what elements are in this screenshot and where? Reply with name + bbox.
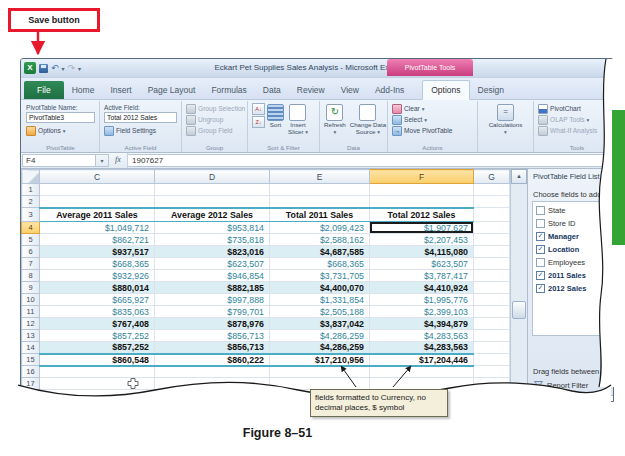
field-list-item-manager[interactable]: ✓Manager (536, 230, 613, 243)
change-data-source-button[interactable]: Change Data Source ▾ (348, 103, 388, 137)
cell-C18[interactable] (40, 390, 155, 402)
checked-checkbox-icon[interactable]: ✓ (536, 271, 545, 280)
redo-icon[interactable]: ↷ (68, 63, 76, 73)
tab-file[interactable]: File (24, 81, 64, 99)
row-header-15[interactable]: 15 (22, 354, 40, 366)
calculations-button[interactable]: = Calculations ▾ (487, 103, 525, 136)
what-if-analysis-button[interactable]: What-If Analysis (536, 125, 614, 136)
options-button[interactable]: Options ▾ (24, 125, 97, 136)
tab-add-ins[interactable]: Add-Ins (367, 81, 412, 99)
cell-G1[interactable] (474, 184, 510, 196)
cell-C17[interactable] (40, 378, 155, 390)
cell-F1[interactable] (370, 184, 474, 196)
cell-C5[interactable]: $862,721 (40, 234, 155, 246)
sort-ascending-icon[interactable]: A↓ (252, 103, 265, 115)
tab-design[interactable]: Design (470, 81, 512, 99)
cell-C11[interactable]: $835,063 (40, 306, 155, 318)
scroll-up-icon[interactable]: ▲ (511, 169, 527, 184)
field-settings-button[interactable]: Field Settings (102, 125, 179, 136)
cell-G12[interactable] (474, 318, 510, 330)
ungroup-button[interactable]: Ungroup (184, 114, 245, 125)
cell-G7[interactable] (474, 258, 510, 270)
cell-C13[interactable]: $857,252 (40, 330, 155, 342)
cell-D16[interactable] (155, 366, 270, 378)
row-header-11[interactable]: 11 (22, 306, 40, 318)
row-header-6[interactable]: 6 (22, 246, 40, 258)
cell-G15[interactable] (474, 354, 510, 366)
cell-G6[interactable] (474, 246, 510, 258)
row-header-3[interactable]: 3 (22, 208, 40, 222)
cell-E3[interactable]: Total 2011 Sales (270, 208, 370, 222)
cell-D7[interactable]: $623,507 (155, 258, 270, 270)
select-button[interactable]: Select▾ (390, 114, 475, 125)
cell-E15[interactable]: $17,210,956 (270, 354, 370, 366)
formula-input[interactable]: 1907627 (128, 154, 612, 167)
cell-D19[interactable] (155, 402, 270, 403)
cell-G19[interactable] (474, 402, 510, 403)
cell-F4[interactable]: $1,907,627 (370, 222, 474, 234)
tab-insert[interactable]: Insert (102, 81, 139, 99)
cell-D10[interactable]: $997,888 (155, 294, 270, 306)
name-box-dropdown-icon[interactable]: ▾ (96, 154, 109, 167)
cell-E6[interactable]: $4,687,585 (270, 246, 370, 258)
cell-C8[interactable]: $932,926 (40, 270, 155, 282)
row-header-17[interactable]: 17 (22, 378, 40, 390)
field-list-item-location[interactable]: ✓Location (536, 243, 613, 256)
cell-F13[interactable]: $4,283,563 (370, 330, 474, 342)
cell-F15[interactable]: $17,204,446 (370, 354, 474, 366)
cell-C16[interactable] (40, 366, 155, 378)
cell-E1[interactable] (270, 184, 370, 196)
cell-F8[interactable]: $3,787,417 (370, 270, 474, 282)
cell-E4[interactable]: $2,099,423 (270, 222, 370, 234)
refresh-button[interactable]: ↻ Refresh ▾ (322, 103, 348, 136)
row-header-7[interactable]: 7 (22, 258, 40, 270)
cell-G2[interactable] (474, 196, 510, 208)
column-header-E[interactable]: E (270, 170, 370, 184)
pivottable-name-input[interactable]: PivotTable3 (26, 112, 95, 123)
cell-F2[interactable] (370, 196, 474, 208)
cell-F10[interactable]: $1,995,776 (370, 294, 474, 306)
cell-E7[interactable]: $668,365 (270, 258, 370, 270)
row-header-10[interactable]: 10 (22, 294, 40, 306)
cell-F12[interactable]: $4,394,879 (370, 318, 474, 330)
cell-F17[interactable] (370, 378, 474, 390)
cell-F9[interactable]: $4,410,924 (370, 282, 474, 294)
cell-C2[interactable] (40, 196, 155, 208)
field-list-item-2011-sales[interactable]: ✓2011 Sales (536, 269, 613, 282)
cell-E2[interactable] (270, 196, 370, 208)
scrollbar-thumb[interactable] (512, 301, 526, 319)
cell-D2[interactable] (155, 196, 270, 208)
tab-review[interactable]: Review (289, 81, 333, 99)
cell-E10[interactable]: $1,331,854 (270, 294, 370, 306)
cell-D14[interactable]: $856,713 (155, 342, 270, 354)
undo-icon[interactable]: ↶ (51, 63, 59, 73)
cell-D4[interactable]: $953,814 (155, 222, 270, 234)
cell-F3[interactable]: Total 2012 Sales (370, 208, 474, 222)
row-header-4[interactable]: 4 (22, 222, 40, 234)
unchecked-checkbox-icon[interactable] (536, 206, 545, 215)
cell-E13[interactable]: $4,286,259 (270, 330, 370, 342)
sort-descending-icon[interactable]: Z↓ (252, 116, 265, 128)
cell-C19[interactable] (40, 402, 155, 403)
row-header-14[interactable]: 14 (22, 342, 40, 354)
tab-options[interactable]: Options (422, 80, 469, 100)
cell-C12[interactable]: $767,408 (40, 318, 155, 330)
checked-checkbox-icon[interactable]: ✓ (536, 284, 545, 293)
row-header-19[interactable]: 19 (22, 402, 40, 403)
row-header-2[interactable]: 2 (22, 196, 40, 208)
group-selection-button[interactable]: Group Selection (184, 103, 245, 114)
unchecked-checkbox-icon[interactable] (536, 258, 545, 267)
cell-C15[interactable]: $860,548 (40, 354, 155, 366)
cell-E5[interactable]: $2,588,162 (270, 234, 370, 246)
cell-G5[interactable] (474, 234, 510, 246)
group-field-button[interactable]: Group Field (184, 125, 245, 136)
cell-D17[interactable] (155, 378, 270, 390)
name-box[interactable]: F4 (22, 154, 96, 167)
cell-C9[interactable]: $880,014 (40, 282, 155, 294)
column-header-D[interactable]: D (155, 170, 270, 184)
cell-G10[interactable] (474, 294, 510, 306)
cell-F6[interactable]: $4,115,080 (370, 246, 474, 258)
row-header-8[interactable]: 8 (22, 270, 40, 282)
cell-G18[interactable] (474, 390, 510, 402)
cell-F16[interactable] (370, 366, 474, 378)
